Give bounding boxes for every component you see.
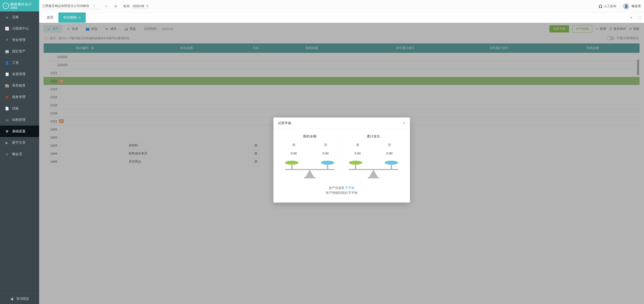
period-picker[interactable]: 2023-03 🗓 xyxy=(132,4,150,9)
sidebar-item-3[interactable]: 🏢固定资产 xyxy=(0,46,39,57)
headset-icon: 🎧 xyxy=(598,5,602,8)
sidebar-item-label: 总账 xyxy=(12,15,19,19)
chevron-down-icon[interactable]: ▽ xyxy=(93,5,95,8)
company-selector[interactable]: 江西服宝精品有限责任公司内账张 ▽ xyxy=(42,3,100,9)
sidebar-icon: 👤 xyxy=(5,61,9,65)
tab-label: 首页 xyxy=(47,16,54,20)
period-value: 2023-03 xyxy=(133,4,144,8)
debit-value: 0.00 xyxy=(291,152,297,155)
modal-title: 试算平衡 xyxy=(278,121,291,125)
sidebar-item-12[interactable]: V畅会员 xyxy=(0,148,39,160)
topbar: 江西服宝精品有限责任公司内账张 ▽ ＋ ⚙ 账期 2023-03 🗓 🎧 人工咨… xyxy=(39,0,644,13)
debit-value: 0.00 xyxy=(355,152,361,155)
period-label: 账期 xyxy=(123,4,130,8)
sidebar-item-2[interactable]: ￥资金管理 xyxy=(0,34,39,46)
sidebar-unpin[interactable]: ◀▏ 取消固定 xyxy=(0,293,39,304)
detail-balance-status: 资产明细和期初 不平衡 xyxy=(326,191,358,195)
sidebar-item-1[interactable]: 📈云报表中心 xyxy=(0,23,39,34)
svg-rect-9 xyxy=(368,177,379,178)
tab-0[interactable]: 首页 xyxy=(42,13,58,23)
sidebar-item-label: 结账 xyxy=(12,106,19,111)
unpin-icon: ◀▏ xyxy=(10,297,15,301)
sidebar-icon: ⚙ xyxy=(5,129,9,133)
sidebar-item-4[interactable]: 👤工资 xyxy=(0,57,39,69)
credit-label: 贷 xyxy=(388,143,391,147)
balance-column-0: 期初余额 借 贷 0.00 0.00 xyxy=(278,134,342,180)
balance-scale-icon xyxy=(280,160,339,180)
sidebar-item-label: 新手引导 xyxy=(12,141,26,145)
sidebar-item-label: 发票管理 xyxy=(12,72,26,76)
sidebar-item-label: 资金管理 xyxy=(12,38,26,42)
brand-edition: 旗舰版 xyxy=(10,6,32,9)
svg-rect-7 xyxy=(327,164,328,169)
svg-marker-0 xyxy=(305,170,314,177)
debit-label: 借 xyxy=(292,143,295,147)
sidebar-item-7[interactable]: 💼税务管理 xyxy=(0,91,39,103)
tab-label: 科目期初 xyxy=(63,16,77,20)
sidebar-item-label: 税务管理 xyxy=(12,95,26,99)
sidebar-icon: 🧾 xyxy=(5,72,9,76)
sidebar-item-11[interactable]: ▶新手引导 xyxy=(0,137,39,148)
sidebar-item-8[interactable]: 📄结账 xyxy=(0,103,39,114)
balance-sheet-status: 资产负债表 不平衡 xyxy=(329,186,355,190)
close-all-tabs-button[interactable]: ✕ xyxy=(628,14,634,21)
sidebar-item-5[interactable]: 🧾发票管理 xyxy=(0,69,39,80)
brand: 畅捷通好会计 旗舰版 xyxy=(0,0,39,12)
balance-scale-icon xyxy=(344,160,402,180)
credit-label: 贷 xyxy=(324,143,327,147)
trial-balance-modal: 试算平衡 ✕ 期初余额 借 贷 0.00 0.00 累计发生 借 贷 xyxy=(274,118,410,203)
sidebar-item-label: 库存核算 xyxy=(12,84,26,88)
brand-name: 畅捷通好会计 xyxy=(10,2,32,6)
sidebar-item-0[interactable]: ≣总账 xyxy=(0,12,39,23)
avatar-icon: 👤 xyxy=(623,3,629,10)
sidebar-item-label: 基础设置 xyxy=(12,129,26,133)
svg-rect-15 xyxy=(391,164,392,169)
sidebar-item-label: 畅会员 xyxy=(12,152,22,156)
tab-close-icon[interactable]: ✕ xyxy=(78,16,81,19)
sidebar-icon: 💼 xyxy=(5,95,9,99)
user-menu[interactable]: 👤 畅捷通 xyxy=(623,3,641,10)
svg-rect-1 xyxy=(304,177,315,178)
sidebar-icon: V xyxy=(5,152,9,156)
help-label: 人工咨询 xyxy=(604,4,616,8)
sidebar-item-6[interactable]: 🏬库存核算 xyxy=(0,80,39,91)
company-name: 江西服宝精品有限责任公司内账张 xyxy=(42,4,89,8)
sidebar-icon: 📄 xyxy=(5,107,9,111)
calendar-icon[interactable]: 🗓 xyxy=(146,4,149,8)
modal-close-button[interactable]: ✕ xyxy=(402,121,406,126)
modal-overlay-region: 试算平衡 ✕ 期初余额 借 贷 0.00 0.00 累计发生 借 贷 xyxy=(39,23,644,304)
company-settings-button[interactable]: ⚙ xyxy=(112,3,119,10)
add-company-button[interactable]: ＋ xyxy=(103,3,110,10)
sidebar-item-10[interactable]: ⚙基础设置 xyxy=(0,126,39,137)
sidebar-item-label: 工资 xyxy=(12,61,19,65)
sidebar: 畅捷通好会计 旗舰版 ≣总账📈云报表中心￥资金管理🏢固定资产👤工资🧾发票管理🏬库… xyxy=(0,0,39,304)
sidebar-icon: ≣ xyxy=(5,15,9,19)
balance-col-title: 期初余额 xyxy=(303,134,316,139)
sidebar-item-label: 固定资产 xyxy=(12,49,26,54)
sidebar-icon: 🗂 xyxy=(5,118,9,122)
sidebar-icon: 📈 xyxy=(5,27,9,31)
svg-rect-6 xyxy=(291,164,292,169)
sidebar-item-label: 云报表中心 xyxy=(12,27,29,31)
balance-col-title: 累计发生 xyxy=(367,134,380,139)
sidebar-unpin-label: 取消固定 xyxy=(16,297,29,301)
username: 畅捷通 xyxy=(632,4,641,8)
svg-marker-8 xyxy=(369,170,378,177)
help-button[interactable]: 🎧 人工咨询 xyxy=(598,4,616,8)
tab-1[interactable]: 科目期初✕ xyxy=(58,13,86,23)
sidebar-icon: ￥ xyxy=(5,38,9,42)
balance-column-1: 累计发生 借 贷 0.00 0.00 xyxy=(342,134,406,180)
sidebar-icon: ▶ xyxy=(5,141,9,145)
fullscreen-button[interactable]: ⛶ xyxy=(636,14,643,21)
balance-sheet-label: 资产负债表 xyxy=(329,186,344,190)
sidebar-item-label: 归档管理 xyxy=(12,118,26,122)
sidebar-icon: 🏬 xyxy=(5,84,9,88)
debit-label: 借 xyxy=(356,143,359,147)
balance-sheet-unbalanced: 不平衡 xyxy=(345,186,354,190)
page-tabs: 首页科目期初✕ ✕ ⛶ xyxy=(39,13,644,23)
sidebar-icon: 🏢 xyxy=(5,50,9,54)
sidebar-item-9[interactable]: 🗂归档管理 xyxy=(0,114,39,126)
credit-value: 0.00 xyxy=(386,152,392,155)
svg-rect-14 xyxy=(355,164,356,169)
credit-value: 0.00 xyxy=(322,152,328,155)
